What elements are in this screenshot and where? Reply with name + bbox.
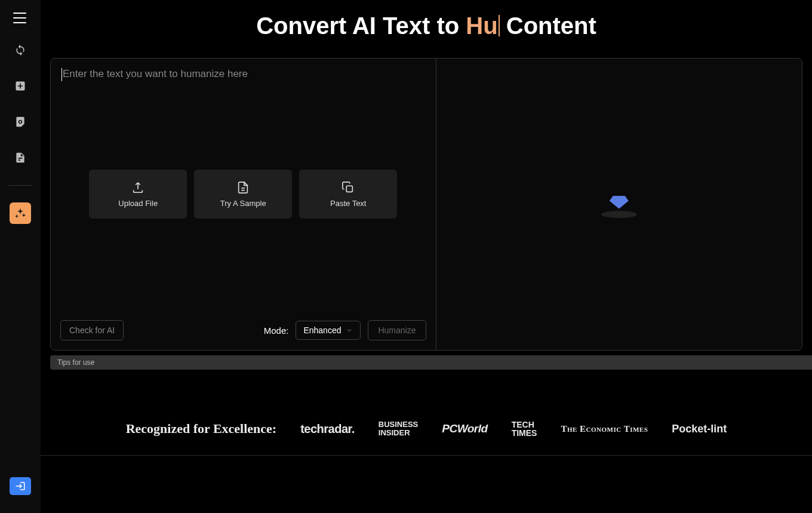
empty-state-icon (601, 191, 637, 218)
sidebar (0, 0, 41, 513)
title-prefix: Convert AI Text to (256, 13, 466, 39)
title-suffix: Content (500, 13, 596, 39)
text-cursor (61, 68, 62, 81)
upload-label: Upload File (118, 199, 158, 208)
logo-pocket-lint: Pocket-lint (672, 423, 727, 435)
paste-text-card[interactable]: Paste Text (299, 170, 397, 219)
logo-economic-times: The Economic Times (561, 424, 648, 434)
svg-rect-0 (347, 186, 353, 192)
title-highlight: Hu (466, 13, 497, 39)
login-button[interactable] (10, 477, 31, 495)
try-sample-card[interactable]: Try A Sample (194, 170, 292, 219)
logo-tech-times: TECH TIMES (512, 420, 537, 437)
input-panel: Enter the text you want to humanize here… (51, 59, 436, 350)
humanize-button[interactable]: Humanize (368, 320, 426, 340)
check-ai-button[interactable]: Check for AI (60, 320, 124, 340)
file-icon (236, 181, 250, 194)
page-title: Convert AI Text to Hu Content (41, 12, 812, 40)
text-input[interactable]: Enter the text you want to humanize here… (60, 68, 426, 320)
sparkle-icon (14, 207, 26, 219)
editor-panels: Enter the text you want to humanize here… (50, 58, 802, 351)
sidebar-item-add[interactable] (10, 75, 31, 97)
output-panel (436, 59, 802, 350)
main-content: Convert AI Text to Hu Content Enter the … (41, 0, 812, 513)
search-doc-icon (14, 116, 26, 128)
chevron-down-icon (346, 327, 353, 334)
mode-label: Mode: (264, 325, 289, 336)
tips-chip[interactable]: Tips for use (50, 355, 812, 370)
edit-doc-icon (14, 152, 26, 164)
sidebar-item-sparkle[interactable] (10, 202, 31, 224)
paste-icon (342, 181, 355, 194)
logo-business-insider: BUSINESS INSIDER (379, 420, 418, 437)
paste-label: Paste Text (330, 199, 366, 208)
footer-divider (41, 455, 812, 456)
logo-techradar: techradar. (300, 422, 355, 436)
plus-square-icon (14, 80, 26, 92)
sidebar-item-search-doc[interactable] (10, 111, 31, 133)
mode-select[interactable]: Enhanced (296, 321, 361, 340)
logo-pcworld: PCWorld (442, 422, 487, 435)
sample-label: Try A Sample (220, 199, 266, 208)
upload-icon (131, 181, 144, 194)
login-icon (15, 481, 26, 492)
menu-icon[interactable] (13, 11, 27, 25)
refresh-icon (14, 44, 26, 56)
input-placeholder: Enter the text you want to humanize here (63, 68, 248, 80)
mode-value: Enhanced (303, 325, 341, 335)
input-footer: Check for AI Mode: Enhanced Humanize (60, 320, 426, 340)
sidebar-item-edit-doc[interactable] (10, 147, 31, 168)
sidebar-divider (8, 185, 32, 186)
recognition-heading: Recognized for Excellence: (126, 421, 277, 437)
sidebar-item-refresh[interactable] (10, 39, 31, 61)
upload-file-card[interactable]: Upload File (89, 170, 187, 219)
recognition-row: Recognized for Excellence: techradar. BU… (41, 420, 812, 455)
